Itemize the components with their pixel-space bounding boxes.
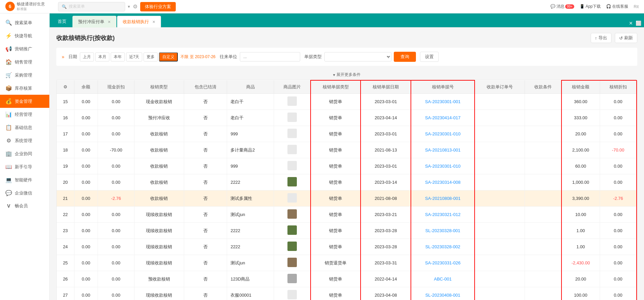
refresh-btn[interactable]: ↺ 刷新 [615, 33, 637, 43]
sidebar-item-system[interactable]: ⚙ 系统管理 [0, 134, 49, 147]
sidebar-item-inventory[interactable]: 📦 库存核算 [0, 82, 49, 95]
cell-bill-date: 2021-08-08 [361, 190, 411, 207]
sidebar-item-finance[interactable]: 💰 资金管理 [0, 95, 49, 108]
cell-bill-date: 2023-04-08 [361, 287, 411, 300]
sidebar-item-operation[interactable]: 📊 经营管理 [0, 108, 49, 121]
cell-goods-img [274, 255, 311, 271]
maximize-icon[interactable]: ⬜ [636, 20, 641, 26]
cell-writeoff-discount: 0.00 [600, 174, 637, 190]
expand-more-bar[interactable]: ▾ 展开更多条件 [56, 70, 637, 80]
bill-type-select[interactable] [324, 52, 391, 61]
tab-writeoff[interactable]: 收款核销执行 ✕ [117, 16, 161, 28]
cell-settled: 否 [184, 126, 227, 142]
bill-no-link[interactable]: SA-20230314-008 [425, 180, 461, 185]
dropdown-arrow-icon: ▾ [128, 4, 130, 9]
col-gear-header[interactable]: ⚙ [57, 80, 74, 94]
sidebar-item-guide[interactable]: 📖 新手引导 [0, 160, 49, 173]
top-search-box[interactable]: 🔍 搜索菜单 [58, 2, 125, 11]
cell-bill-no[interactable]: SA-20230314-008 [411, 174, 475, 190]
bill-no-link[interactable]: SL-20230328-001 [425, 228, 460, 233]
sidebar-item-sales[interactable]: 🏠 销售管理 [0, 55, 49, 69]
bill-no-link[interactable]: SL-20230408-001 [425, 293, 460, 298]
app-download-btn[interactable]: 📱 App下载 [580, 4, 601, 9]
quick-nav-icon: ⚡ [5, 33, 12, 39]
bill-no-link[interactable]: SA-20230414-017 [425, 115, 461, 120]
cell-bill-no[interactable]: SA-20230321-012 [411, 207, 475, 223]
cell-writeoff-type: 预收款核销 [135, 271, 184, 287]
sidebar-item-purchase[interactable]: 🛒 采购管理 [0, 69, 49, 82]
cell-writeoff-type: 收款核销 [135, 158, 184, 174]
cell-bill-no[interactable]: SA-20230301-010 [411, 158, 475, 174]
table-row: 26 0.00 0.00 预收款核销 否 123D商品 销货单 2022-04-… [57, 271, 637, 287]
cell-id: 18 [57, 142, 74, 158]
cell-bill-type: 销货单 [311, 174, 361, 190]
cell-bill-type: 销货单 [311, 158, 361, 174]
sidebar-item-member[interactable]: V 畅会员 [0, 200, 49, 212]
search-placeholder: 搜索菜单 [69, 4, 85, 9]
query-btn[interactable]: 查询 [394, 52, 416, 62]
bill-no-link[interactable]: SL-20230328-002 [425, 244, 460, 249]
tabs-bar: 首页 预付冲应付单 ✕ 收款核销执行 ✕ ✕ ⬜ [50, 13, 644, 28]
cell-bill-no[interactable]: SA-20230331-026 [411, 255, 475, 271]
date-btn-last-month[interactable]: 上月 [80, 52, 94, 61]
close-tab-icon[interactable]: ✕ [629, 20, 633, 26]
sidebar-item-quick-nav[interactable]: ⚡ 快捷导航 [0, 29, 49, 42]
sidebar-item-hardware[interactable]: 💻 智能硬件 [0, 173, 49, 186]
export-btn[interactable]: ↑ 导出 [591, 33, 612, 43]
table-row: 16 0.00 0.00 预付冲应收 否 老白干 销货单 2023-04-14 … [57, 110, 637, 126]
bill-no-link[interactable]: SA-20210813-001 [425, 147, 461, 153]
sidebar-item-wechat[interactable]: 💬 企业微信 [0, 186, 49, 200]
bill-no-link[interactable]: SA-20210808-001 [425, 196, 461, 201]
industry-btn[interactable]: 体验行业方案 [140, 2, 176, 11]
cell-cash-discount: -2.76 [98, 190, 134, 207]
data-table: ⚙ 余额 现金折扣 核销类型 包含已结清 商品 商品图片 核销单据类型 核销单据… [57, 80, 637, 300]
cell-writeoff-discount: 0.00 [600, 239, 637, 255]
sidebar-item-corp[interactable]: 🏢 企业协同 [0, 147, 49, 160]
cell-bill-no[interactable]: SL-20230328-001 [411, 223, 475, 239]
cell-balance: 0.00 [74, 207, 98, 223]
cell-bill-no[interactable]: ABC-001 [411, 271, 475, 287]
cell-bill-no[interactable]: SA-20210813-001 [411, 142, 475, 158]
cell-goods-img [274, 287, 311, 300]
tab-home[interactable]: 首页 [52, 16, 72, 27]
sidebar-item-label: 新手引导 [15, 164, 32, 170]
sidebar-item-label: 企业微信 [15, 190, 32, 196]
filter-toggle-btn[interactable]: » [62, 54, 64, 59]
messages-btn[interactable]: 💬 消息99+ [550, 4, 574, 9]
online-service-btn[interactable]: 🎧 在线客服 [606, 4, 628, 9]
tab-prepay-close-icon[interactable]: ✕ [108, 20, 111, 24]
cell-bill-no[interactable]: SA-20230414-017 [411, 110, 475, 126]
date-btn-this-month[interactable]: 本月 [95, 52, 109, 61]
date-btn-more[interactable]: 更多 [144, 52, 158, 61]
cell-bill-no[interactable]: SL-20230408-001 [411, 287, 475, 300]
sidebar-item-basic[interactable]: 📋 基础信息 [0, 121, 49, 134]
bill-no-link[interactable]: SA-20230321-012 [425, 212, 461, 217]
settings-btn[interactable]: 设置 [420, 52, 439, 62]
bill-no-link[interactable]: SA-20230301-010 [425, 131, 461, 136]
bill-no-link[interactable]: SA-20230301-010 [425, 164, 461, 169]
cell-receipt-cond [525, 142, 561, 158]
cell-bill-no[interactable]: SA-20230301-001 [411, 94, 475, 110]
gear-icon[interactable]: ⚙ [133, 3, 138, 10]
cell-bill-no[interactable]: SA-20210808-001 [411, 190, 475, 207]
sidebar-item-search[interactable]: 🔍 搜索菜单 [0, 16, 49, 29]
bill-no-link[interactable]: SA-20230331-026 [425, 260, 461, 265]
cell-writeoff-discount: 0.00 [600, 207, 637, 223]
date-custom-btn[interactable]: 自定义 [159, 52, 178, 61]
cell-bill-no[interactable]: SL-20230328-002 [411, 239, 475, 255]
cell-id: 19 [57, 158, 74, 174]
cell-writeoff-amount: 360.00 [561, 94, 600, 110]
bill-no-link[interactable]: ABC-001 [434, 276, 452, 282]
cell-cash-discount: 0.00 [98, 126, 134, 142]
date-btn-7days[interactable]: 近7天 [126, 52, 143, 61]
data-table-wrapper: ⚙ 余额 现金折扣 核销类型 包含已结清 商品 商品图片 核销单据类型 核销单据… [56, 80, 637, 300]
tab-writeoff-close-icon[interactable]: ✕ [152, 20, 155, 24]
bill-no-link[interactable]: SA-20230301-001 [425, 99, 461, 104]
cell-receipt-order-no [475, 287, 525, 300]
tab-prepay-label: 预付冲应付单 [78, 19, 104, 25]
tab-prepay[interactable]: 预付冲应付单 ✕ [72, 16, 116, 28]
date-btn-this-year[interactable]: 本年 [111, 52, 125, 61]
cell-bill-no[interactable]: SA-20230301-010 [411, 126, 475, 142]
sidebar-item-marketing[interactable]: 📢 营销推广 [0, 42, 49, 55]
party-input[interactable] [240, 52, 300, 61]
